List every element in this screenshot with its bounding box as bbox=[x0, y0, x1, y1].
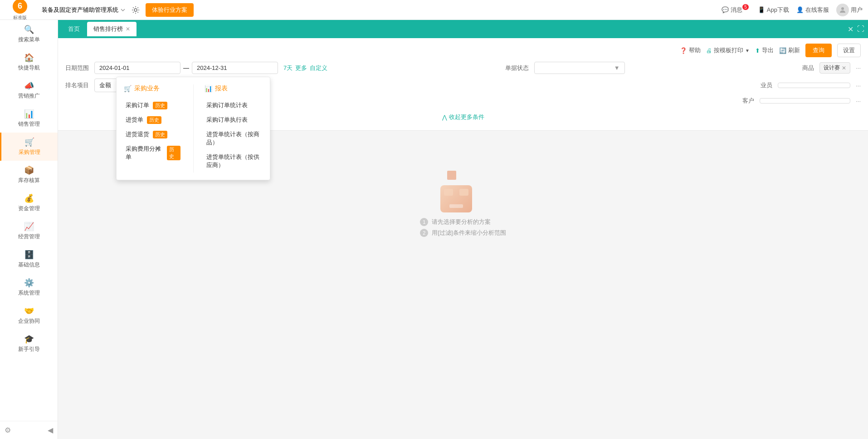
system-title: 装备及固定资产辅助管理系统 bbox=[42, 6, 118, 14]
tab-sales-rank[interactable]: 销售排行榜 ✕ bbox=[87, 22, 137, 36]
refresh-button[interactable]: 🔄 刷新 bbox=[779, 46, 800, 54]
sidebar-item-finance[interactable]: 💰 资金管理 bbox=[0, 189, 58, 217]
sidebar-settings-icon[interactable]: ⚙ bbox=[5, 426, 11, 434]
online-service-item[interactable]: 👤 在线客服 bbox=[796, 6, 829, 14]
sidebar-item-guide[interactable]: 🎓 新手引导 bbox=[0, 330, 58, 358]
phone-icon: 📱 bbox=[758, 6, 765, 13]
sidebar-item-quick[interactable]: 🏠 快捷导航 bbox=[0, 48, 58, 76]
date-separator: — bbox=[183, 64, 189, 71]
export-button[interactable]: ⬆ 导出 bbox=[755, 46, 774, 54]
menu-item-po-execution[interactable]: 采购订单执行表 bbox=[205, 113, 263, 127]
salesperson-select[interactable] bbox=[778, 83, 850, 88]
po-stats-label: 采购订单统计表 bbox=[206, 101, 248, 109]
content-area: 首页 销售排行榜 ✕ ✕ ⛶ ❓ bbox=[58, 20, 868, 439]
purchase-menu-column: 🛒 采购业务 采购订单 历史 进货单 历史 进货退货 bbox=[124, 84, 182, 173]
quick-date-more[interactable]: 更多 bbox=[295, 64, 307, 72]
quick-date-7days[interactable]: 7天 bbox=[283, 64, 293, 72]
print-button[interactable]: 🖨 按模板打印 ▼ bbox=[706, 46, 750, 54]
purchase-expense-badge: 历史 bbox=[167, 146, 180, 160]
goods-tag-value: 设计赛 bbox=[824, 64, 840, 72]
home-icon: 🏠 bbox=[24, 53, 34, 63]
industry-button[interactable]: 体验行业方案 bbox=[146, 3, 194, 17]
goods-more-btn[interactable]: ··· bbox=[856, 64, 861, 71]
menu-divider bbox=[193, 84, 194, 173]
date-range-label: 日期范围 bbox=[65, 64, 89, 72]
user-item[interactable]: 用户 bbox=[836, 4, 863, 16]
basic-icon: 🗄️ bbox=[24, 250, 34, 260]
sidebar-item-search[interactable]: 🔍 搜索菜单 bbox=[0, 20, 58, 48]
sidebar-item-inventory[interactable]: 📦 库存核算 bbox=[0, 161, 58, 189]
menu-item-po-stats[interactable]: 采购订单统计表 bbox=[205, 98, 263, 113]
tab-expand-button[interactable]: ⛶ bbox=[857, 25, 864, 33]
collapse-label: 收起更多条件 bbox=[449, 113, 484, 121]
tab-sales-rank-label: 销售排行榜 bbox=[93, 25, 123, 33]
sidebar-item-basic[interactable]: 🗄️ 基础信息 bbox=[0, 245, 58, 273]
help-button[interactable]: ❓ 帮助 bbox=[680, 46, 701, 54]
tab-close-button[interactable]: ✕ bbox=[848, 25, 853, 34]
message-badge: 5 bbox=[742, 4, 749, 10]
goods-return-label: 进货退货 bbox=[126, 130, 149, 138]
svg-point-1 bbox=[841, 7, 844, 10]
filter-settings-button[interactable]: 设置 bbox=[837, 44, 861, 57]
empty-hints: 1 请先选择要分析的方案 2 用[过滤]条件来缩小分析范围 bbox=[420, 218, 506, 237]
inventory-icon: 📦 bbox=[24, 165, 34, 175]
purchase-expense-label: 采购费用分摊单 bbox=[126, 145, 163, 161]
sidebar-item-sales[interactable]: 📊 销售管理 bbox=[0, 104, 58, 133]
operations-icon: 📈 bbox=[24, 222, 34, 232]
logo-area: 6 标准版 bbox=[5, 0, 34, 21]
refresh-label: 刷新 bbox=[788, 46, 800, 54]
customer-select[interactable] bbox=[760, 98, 850, 104]
menu-item-purchase-expense[interactable]: 采购费用分摊单 历史 bbox=[124, 142, 182, 164]
sidebar-item-purchase[interactable]: 🛒 采购管理 bbox=[0, 133, 58, 161]
tab-home-label: 首页 bbox=[68, 25, 80, 33]
salesperson-label: 业员 bbox=[761, 81, 772, 89]
logo-icon: 6 bbox=[13, 0, 27, 14]
tab-home[interactable]: 首页 bbox=[62, 22, 86, 36]
finance-icon: 💰 bbox=[24, 193, 34, 203]
query-button[interactable]: 查询 bbox=[805, 44, 832, 57]
po-execution-label: 采购订单执行表 bbox=[206, 116, 248, 124]
help-label: 帮助 bbox=[689, 46, 701, 54]
date-end-input[interactable] bbox=[192, 62, 278, 74]
guide-icon: 🎓 bbox=[24, 334, 34, 344]
quick-dates: 7天 更多 自定义 bbox=[283, 64, 327, 72]
sidebar-item-enterprise[interactable]: 🤝 企业协同 bbox=[0, 301, 58, 330]
top-bar-left: 6 标准版 装备及固定资产辅助管理系统 体验行业方案 bbox=[5, 0, 194, 21]
enterprise-icon: 🤝 bbox=[24, 306, 34, 316]
report-section-header: 📊 报表 bbox=[205, 84, 263, 93]
menu-item-purchase-order[interactable]: 采购订单 历史 bbox=[124, 98, 182, 113]
purchase-dropdown-menu: 🛒 采购业务 采购订单 历史 进货单 历史 进货退货 bbox=[116, 77, 270, 180]
app-download-item[interactable]: 📱 App下载 bbox=[758, 6, 789, 14]
sidebar-item-system[interactable]: ⚙️ 系统管理 bbox=[0, 273, 58, 301]
search-icon: 🔍 bbox=[24, 25, 34, 35]
sidebar-collapse-icon[interactable]: ◀ bbox=[48, 426, 53, 434]
system-title-dropdown[interactable]: 装备及固定资产辅助管理系统 bbox=[42, 6, 126, 14]
menu-item-goods-receipt[interactable]: 进货单 历史 bbox=[124, 113, 182, 127]
sidebar-item-operations[interactable]: 📈 经营管理 bbox=[0, 217, 58, 245]
salesperson-more-btn[interactable]: ··· bbox=[856, 82, 861, 89]
goods-tag-close[interactable]: ✕ bbox=[842, 65, 846, 71]
doc-status-select[interactable]: ▼ bbox=[534, 62, 625, 74]
purchase-section-icon: 🛒 bbox=[124, 85, 132, 92]
dropdown-icon bbox=[120, 7, 126, 13]
message-item[interactable]: 💬 消息 5 bbox=[722, 6, 751, 14]
svg-point-0 bbox=[134, 9, 137, 11]
print-label: 按模板打印 bbox=[714, 46, 743, 54]
filter-row-1: 日期范围 — 7天 更多 自定义 单据状态 bbox=[65, 62, 861, 74]
service-icon: 👤 bbox=[796, 6, 804, 13]
marketing-icon: 📣 bbox=[24, 81, 34, 91]
date-start-input[interactable] bbox=[94, 62, 180, 74]
tab-bar: 首页 销售排行榜 ✕ ✕ ⛶ bbox=[58, 20, 868, 38]
settings-icon[interactable] bbox=[129, 4, 142, 16]
menu-item-goods-return[interactable]: 进货退货 历史 bbox=[124, 127, 182, 142]
doc-status-label: 单据状态 bbox=[505, 64, 529, 72]
goods-tag: 设计赛 ✕ bbox=[819, 62, 850, 74]
user-label: 用户 bbox=[851, 6, 863, 14]
report-menu-column: 📊 报表 采购订单统计表 采购订单执行表 进货单统计表（按商品） bbox=[205, 84, 263, 173]
sidebar-item-marketing[interactable]: 📣 营销推广 bbox=[0, 76, 58, 104]
tab-close-icon[interactable]: ✕ bbox=[126, 26, 130, 32]
quick-date-custom[interactable]: 自定义 bbox=[310, 64, 327, 72]
menu-item-receipt-by-goods[interactable]: 进货单统计表（按商品） bbox=[205, 127, 263, 150]
customer-more-btn[interactable]: ··· bbox=[856, 98, 861, 104]
menu-item-receipt-by-supplier[interactable]: 进货单统计表（按供应商） bbox=[205, 150, 263, 173]
